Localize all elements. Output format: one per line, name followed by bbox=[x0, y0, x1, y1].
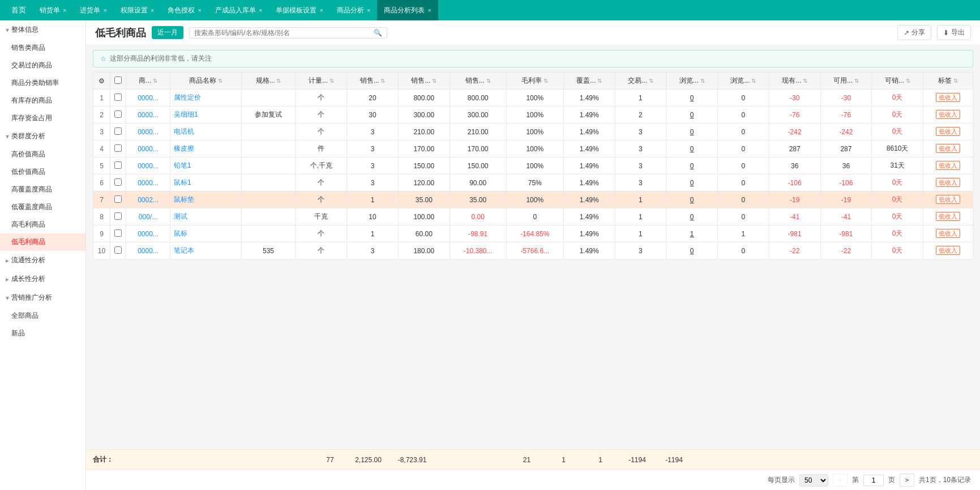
cell-name[interactable]: 电话机 bbox=[170, 123, 242, 140]
nav-close-permissions[interactable]: × bbox=[149, 7, 154, 14]
nav-roles[interactable]: 角色授权 × bbox=[161, 0, 208, 20]
row-checkbox[interactable] bbox=[114, 212, 122, 220]
col-stock-header[interactable]: 现有... ⇅ bbox=[769, 73, 820, 90]
page-input[interactable] bbox=[863, 475, 884, 486]
search-box[interactable]: 🔍 bbox=[189, 27, 387, 39]
sidebar-item-category-rate[interactable]: 商品分类助销率 bbox=[0, 74, 85, 92]
col-trade-header[interactable]: 交易... ⇅ bbox=[615, 73, 666, 90]
sidebar-item-all-goods[interactable]: 全部商品 bbox=[0, 307, 85, 325]
col-spec-header[interactable]: 规格... ⇅ bbox=[241, 73, 296, 90]
row-checkbox[interactable] bbox=[114, 93, 122, 101]
row-checkbox[interactable] bbox=[114, 127, 122, 135]
cell-name[interactable]: 测试 bbox=[170, 208, 242, 225]
col-sellable-header[interactable]: 可销... ⇅ bbox=[872, 73, 923, 90]
cell-v7[interactable]: 0 bbox=[666, 191, 718, 208]
nav-close-purchase[interactable]: × bbox=[101, 7, 106, 14]
nav-close-analysis-list[interactable]: × bbox=[426, 7, 431, 14]
row-checkbox[interactable] bbox=[114, 178, 122, 186]
row-checkbox[interactable] bbox=[114, 161, 122, 169]
table-wrapper[interactable]: ⚙ 商... ⇅ 商品名称 ⇅ 规格... ⇅ 计量... ⇅ 销售... ⇅ … bbox=[93, 72, 973, 449]
sidebar-group-growth[interactable]: ▸ 成长性分析 bbox=[0, 270, 85, 288]
cell-name[interactable]: 鼠标垫 bbox=[170, 191, 242, 208]
nav-products[interactable]: 产成品入库单 × bbox=[208, 0, 269, 20]
cell-name[interactable]: 橡皮擦 bbox=[170, 140, 242, 157]
cell-name[interactable]: 铅笔1 bbox=[170, 157, 242, 174]
nav-sales[interactable]: 销货单 × bbox=[33, 0, 73, 20]
share-button[interactable]: ↗ 分享 bbox=[897, 25, 931, 40]
cell-name[interactable]: 属性定价 bbox=[170, 90, 242, 106]
cell-v7[interactable]: 0 bbox=[666, 157, 718, 174]
sidebar-item-inventory-goods[interactable]: 有库存的商品 bbox=[0, 92, 85, 109]
col-sales2-header[interactable]: 销售... ⇅ bbox=[398, 73, 450, 90]
cell-name[interactable]: 吴细细1 bbox=[170, 106, 242, 123]
row-checkbox[interactable] bbox=[114, 246, 122, 254]
prev-page-button[interactable]: ＜ bbox=[833, 474, 848, 487]
nav-goods-analysis-list[interactable]: 商品分析列表 × bbox=[377, 0, 438, 20]
export-button[interactable]: ⬇ 导出 bbox=[937, 25, 971, 40]
row-checkbox[interactable] bbox=[114, 229, 122, 237]
col-coverage-header[interactable]: 覆盖... ⇅ bbox=[563, 73, 615, 90]
row-checkbox[interactable] bbox=[114, 195, 122, 203]
cell-name[interactable]: 笔记本 bbox=[170, 242, 242, 259]
cell-v7[interactable]: 0 bbox=[666, 140, 718, 157]
col-tag-header[interactable]: 标签 ⇅ bbox=[923, 73, 973, 90]
nav-close-analysis[interactable]: × bbox=[365, 7, 370, 14]
col-sales3-header[interactable]: 销售... ⇅ bbox=[450, 73, 506, 90]
per-page-select[interactable]: 20 50 100 bbox=[799, 474, 828, 487]
col-available-header[interactable]: 可用... ⇅ bbox=[820, 73, 872, 90]
cell-v7[interactable]: 0 bbox=[666, 106, 718, 123]
cell-name[interactable]: 鼠标1 bbox=[170, 174, 242, 191]
sidebar-item-high-margin[interactable]: 高毛利商品 bbox=[0, 216, 85, 233]
nav-home[interactable]: 首页 bbox=[5, 0, 33, 20]
cell-checkbox[interactable] bbox=[110, 191, 126, 208]
col-checkbox[interactable] bbox=[110, 73, 126, 90]
sidebar-group-marketing[interactable]: ▾ 营销推广分析 bbox=[0, 288, 85, 307]
nav-close-templates[interactable]: × bbox=[318, 7, 323, 14]
cell-checkbox[interactable] bbox=[110, 123, 126, 140]
col-browse2-header[interactable]: 浏览... ⇅ bbox=[718, 73, 769, 90]
cell-checkbox[interactable] bbox=[110, 225, 126, 242]
sidebar-item-high-coverage[interactable]: 高覆盖度商品 bbox=[0, 181, 85, 198]
nav-close-roles[interactable]: × bbox=[196, 7, 201, 14]
sidebar-item-sales-goods[interactable]: 销售类商品 bbox=[0, 39, 85, 57]
sidebar-item-new-goods[interactable]: 新品 bbox=[0, 325, 85, 342]
sidebar-item-low-margin[interactable]: 低毛利商品 bbox=[0, 233, 85, 251]
search-icon[interactable]: 🔍 bbox=[374, 29, 382, 37]
cell-checkbox[interactable] bbox=[110, 140, 126, 157]
cell-checkbox[interactable] bbox=[110, 157, 126, 174]
cell-checkbox[interactable] bbox=[110, 106, 126, 123]
sidebar-group-liquidity[interactable]: ▸ 流通性分析 bbox=[0, 251, 85, 270]
cell-checkbox[interactable] bbox=[110, 242, 126, 259]
col-sales1-header[interactable]: 销售... ⇅ bbox=[347, 73, 399, 90]
col-browse1-header[interactable]: 浏览... ⇅ bbox=[666, 73, 718, 90]
nav-close-products[interactable]: × bbox=[257, 7, 262, 14]
nav-close-sales[interactable]: × bbox=[61, 7, 66, 14]
sidebar-item-high-value[interactable]: 高价值商品 bbox=[0, 146, 85, 163]
cell-checkbox[interactable] bbox=[110, 90, 126, 106]
nav-templates[interactable]: 单据模板设置 × bbox=[269, 0, 329, 20]
search-input[interactable] bbox=[194, 29, 374, 37]
col-unit-header[interactable]: 计量... ⇅ bbox=[296, 73, 347, 90]
sidebar-group-overall[interactable]: ▾ 整体信息 bbox=[0, 20, 85, 39]
nav-purchase[interactable]: 进货单 × bbox=[73, 0, 113, 20]
sidebar-item-capital[interactable]: 库存资金占用 bbox=[0, 109, 85, 127]
select-all-checkbox[interactable] bbox=[114, 76, 122, 84]
nav-goods-analysis[interactable]: 商品分析 × bbox=[330, 0, 377, 20]
cell-v7[interactable]: 0 bbox=[666, 242, 718, 259]
sidebar-item-low-value[interactable]: 低价值商品 bbox=[0, 163, 85, 181]
cell-v7[interactable]: 0 bbox=[666, 208, 718, 225]
col-margin-header[interactable]: 毛利率 ⇅ bbox=[506, 73, 563, 90]
cell-checkbox[interactable] bbox=[110, 174, 126, 191]
col-code-header[interactable]: 商... ⇅ bbox=[126, 73, 170, 90]
cell-v7[interactable]: 0 bbox=[666, 174, 718, 191]
nav-permissions[interactable]: 权限设置 × bbox=[114, 0, 161, 20]
row-checkbox[interactable] bbox=[114, 110, 122, 118]
cell-checkbox[interactable] bbox=[110, 208, 126, 225]
sidebar-group-cluster[interactable]: ▾ 类群度分析 bbox=[0, 127, 85, 146]
row-checkbox[interactable] bbox=[114, 144, 122, 152]
col-name-header[interactable]: 商品名称 ⇅ bbox=[170, 73, 242, 90]
sidebar-item-traded-goods[interactable]: 交易过的商品 bbox=[0, 57, 85, 74]
cell-v7[interactable]: 1 bbox=[666, 225, 718, 242]
cell-name[interactable]: 鼠标 bbox=[170, 225, 242, 242]
cell-v7[interactable]: 0 bbox=[666, 123, 718, 140]
